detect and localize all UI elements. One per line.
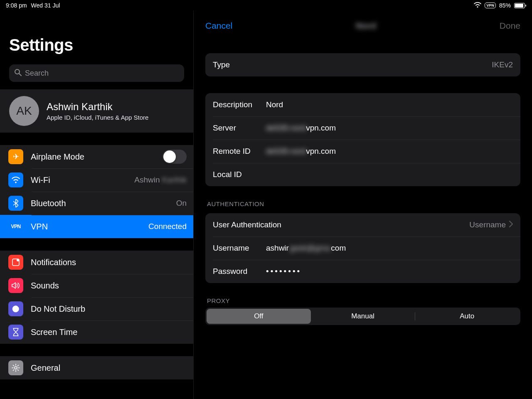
sidebar-item-label: Notifications <box>31 258 187 267</box>
vpn-indicator: VPN <box>485 2 496 8</box>
sidebar-item-label: Screen Time <box>31 328 187 337</box>
wifi-value: Ashwin Karthik <box>134 175 187 185</box>
description-value: Nord <box>266 100 283 109</box>
search-placeholder: Search <box>25 69 49 78</box>
airplane-toggle[interactable] <box>163 150 187 164</box>
wifi-icon <box>8 172 23 187</box>
page-title: Settings <box>9 36 184 54</box>
sidebar-item-bluetooth[interactable]: Bluetooth On <box>0 192 193 215</box>
bluetooth-value: On <box>176 199 187 208</box>
sidebar-item-label: General <box>31 363 187 373</box>
proxy-header: Proxy <box>207 297 519 304</box>
chevron-right-icon <box>509 220 513 229</box>
status-bar: 9:08 pm Wed 31 Jul VPN 85% <box>0 0 532 11</box>
done-button[interactable]: Done <box>500 21 520 31</box>
type-value: IKEv2 <box>492 60 513 69</box>
username-label: Username <box>213 244 266 253</box>
sidebar-item-vpn[interactable]: VPN VPN Connected <box>0 215 193 238</box>
status-time: 9:08 pm <box>6 2 27 9</box>
battery-percent: 85% <box>499 2 511 9</box>
dnd-icon <box>8 301 23 316</box>
account-name: Ashwin Karthik <box>47 101 148 113</box>
screen-time-icon <box>8 325 23 340</box>
username-value: ashwirgeek@gmacom <box>266 244 346 253</box>
local-id-row[interactable]: Local ID <box>205 163 520 186</box>
avatar: AK <box>9 96 39 126</box>
sidebar-item-notifications[interactable]: Notifications <box>0 251 193 274</box>
cancel-button[interactable]: Cancel <box>205 21 232 31</box>
proxy-manual-segment[interactable]: Manual <box>311 309 415 324</box>
search-icon <box>14 69 22 78</box>
battery-icon <box>514 3 526 8</box>
sidebar-item-airplane-mode[interactable]: ✈ Airplane Mode <box>0 145 193 168</box>
server-label: Server <box>213 123 266 133</box>
server-value: de539.nordvpn.com <box>266 123 336 133</box>
svg-point-3 <box>17 259 19 261</box>
sidebar-item-label: Do Not Disturb <box>31 304 187 314</box>
local-id-label: Local ID <box>213 170 266 179</box>
search-input[interactable]: Search <box>9 64 184 82</box>
airplane-icon: ✈ <box>8 149 23 164</box>
sidebar-item-label: Sounds <box>31 281 187 291</box>
sidebar-item-screen-time[interactable]: Screen Time <box>0 320 193 344</box>
proxy-off-segment[interactable]: Off <box>207 309 311 324</box>
sidebar-item-dnd[interactable]: Do Not Disturb <box>0 297 193 320</box>
general-icon <box>8 360 23 375</box>
vpn-icon: VPN <box>8 219 23 234</box>
account-subtitle: Apple ID, iCloud, iTunes & App Store <box>47 114 148 121</box>
type-row[interactable]: Type IKEv2 <box>205 53 520 76</box>
server-row[interactable]: Server de539.nordvpn.com <box>205 116 520 140</box>
sidebar-item-label: VPN <box>31 222 148 232</box>
sidebar-item-sounds[interactable]: Sounds <box>0 274 193 297</box>
username-row[interactable]: Username ashwirgeek@gmacom <box>205 236 520 260</box>
password-value: •••••••• <box>266 267 301 276</box>
sounds-icon <box>8 278 23 293</box>
vpn-config-detail: Cancel Nord Done Type IKEv2 Description … <box>194 11 532 399</box>
proxy-auto-segment[interactable]: Auto <box>415 309 519 324</box>
settings-sidebar: Settings Search AK Ashwin Karthik Apple … <box>0 11 194 399</box>
sidebar-item-label: Wi-Fi <box>31 175 134 185</box>
description-label: Description <box>213 100 266 109</box>
remote-id-row[interactable]: Remote ID de539.nordvpn.com <box>205 140 520 163</box>
sidebar-item-general[interactable]: General <box>0 356 193 379</box>
svg-line-1 <box>19 74 21 76</box>
sidebar-item-wifi[interactable]: Wi-Fi Ashwin Karthik <box>0 168 193 192</box>
proxy-segmented-control: Off Manual Auto <box>205 308 520 325</box>
user-auth-label: User Authentication <box>213 220 469 229</box>
sidebar-item-label: Bluetooth <box>31 199 176 208</box>
type-label: Type <box>213 60 492 69</box>
svg-point-4 <box>15 367 17 369</box>
password-label: Password <box>213 267 266 276</box>
apple-id-row[interactable]: AK Ashwin Karthik Apple ID, iCloud, iTun… <box>0 89 193 133</box>
sidebar-item-label: Airplane Mode <box>31 152 163 162</box>
status-date: Wed 31 Jul <box>31 2 60 9</box>
user-auth-row[interactable]: User Authentication Username <box>205 213 520 236</box>
bluetooth-icon <box>8 196 23 211</box>
user-auth-value: Username <box>469 220 506 229</box>
wifi-icon <box>474 2 481 9</box>
vpn-value: Connected <box>148 222 187 231</box>
password-row[interactable]: Password •••••••• <box>205 260 520 283</box>
notifications-icon <box>8 255 23 270</box>
auth-header: Authentication <box>207 200 519 207</box>
nav-title-blurred: Nord <box>232 21 499 31</box>
remote-id-value: de539.nordvpn.com <box>266 147 336 156</box>
remote-id-label: Remote ID <box>213 147 266 156</box>
description-row[interactable]: Description Nord <box>205 93 520 116</box>
